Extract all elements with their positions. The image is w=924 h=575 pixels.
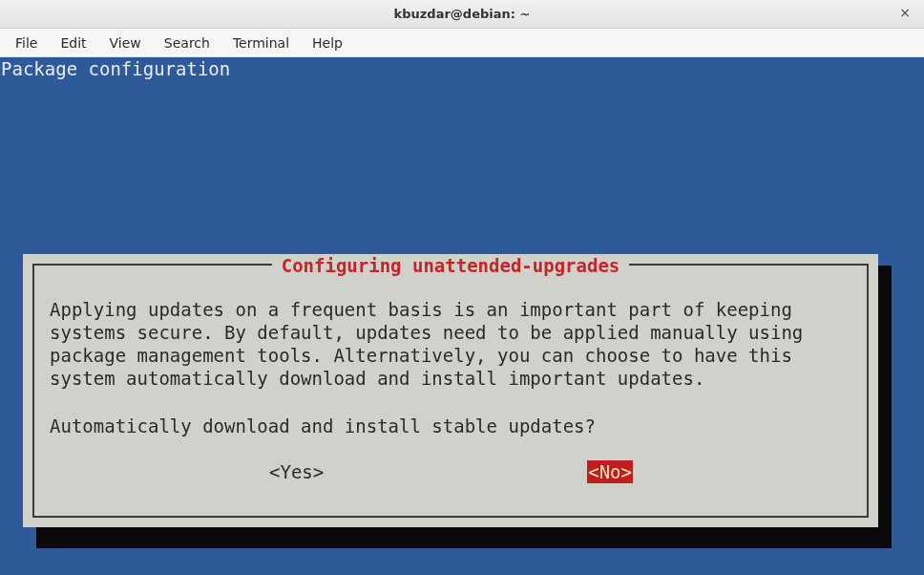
config-dialog: Configuring unattended-upgrades Applying… <box>23 254 878 527</box>
dialog-title-wrap: Configuring unattended-upgrades <box>34 254 867 277</box>
window-titlebar: kbuzdar@debian: ~ × <box>0 0 924 29</box>
menu-search[interactable]: Search <box>155 32 220 54</box>
menu-bar: File Edit View Search Terminal Help <box>0 29 924 57</box>
close-icon[interactable]: × <box>895 5 914 20</box>
yes-button[interactable]: <Yes> <box>269 460 324 483</box>
menu-edit[interactable]: Edit <box>51 32 95 54</box>
package-config-header: Package configuration <box>0 57 924 80</box>
dialog-frame: Configuring unattended-upgrades Applying… <box>32 264 869 518</box>
terminal-area: Package configuration Configuring unatte… <box>0 57 924 575</box>
no-button[interactable]: <No> <box>587 460 633 483</box>
menu-help[interactable]: Help <box>303 32 352 54</box>
dialog-body-text: Applying updates on a frequent basis is … <box>34 266 867 401</box>
dialog-title: Configuring unattended-upgrades <box>272 254 630 277</box>
dialog-question: Automatically download and install stabl… <box>34 401 867 437</box>
window-title: kbuzdar@debian: ~ <box>394 7 531 21</box>
dialog-buttons: <Yes> <No> <box>34 437 867 483</box>
menu-terminal[interactable]: Terminal <box>223 32 299 54</box>
menu-view[interactable]: View <box>100 32 151 54</box>
menu-file[interactable]: File <box>6 32 47 54</box>
